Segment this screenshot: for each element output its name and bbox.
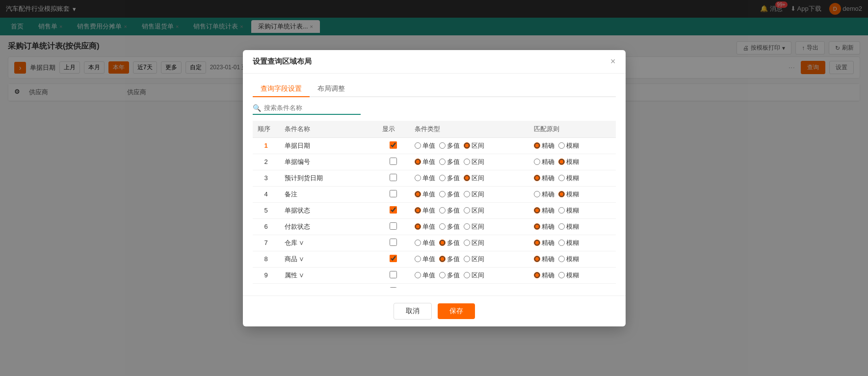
cell-show[interactable] [377, 251, 410, 267]
type-option-type_multi[interactable]: 多值 [439, 141, 460, 150]
show-checkbox[interactable] [390, 190, 397, 197]
type-option-type_range[interactable]: 区间 [464, 222, 484, 231]
match-option-match_exact[interactable]: 精确 [534, 222, 554, 231]
type-option-type_range[interactable]: 区间 [464, 141, 484, 150]
match-option-match_fuzzy[interactable]: 模糊 [558, 141, 579, 150]
match-option-match_exact[interactable]: 精确 [534, 206, 554, 215]
type-option-type_multi[interactable]: 多值 [439, 222, 460, 231]
match-radio-group: 精确模糊 [534, 141, 611, 150]
type-option-type_multi[interactable]: 多值 [439, 287, 460, 288]
cell-match: 精确模糊 [529, 235, 616, 251]
cell-show[interactable] [377, 170, 410, 186]
type-option-type_multi[interactable]: 多值 [439, 190, 460, 199]
match-option-match_fuzzy[interactable]: 模糊 [558, 174, 579, 183]
cell-show[interactable] [377, 267, 410, 283]
type-option-type_range[interactable]: 区间 [464, 190, 484, 199]
cancel-button[interactable]: 取消 [394, 303, 432, 320]
cell-match: 精确模糊 [529, 154, 616, 170]
dialog-tab-layout[interactable]: 布局调整 [310, 81, 353, 97]
table-row: 2单据编号单值多值区间精确模糊 [253, 154, 616, 170]
type-option-type_multi[interactable]: 多值 [439, 271, 460, 280]
match-radio-group: 精确模糊 [534, 206, 611, 215]
save-button[interactable]: 保存 [438, 303, 475, 319]
cell-order: 2 [253, 154, 280, 170]
show-checkbox[interactable] [390, 287, 397, 288]
type-option-type_single[interactable]: 单值 [415, 255, 435, 264]
type-option-type_single[interactable]: 单值 [415, 190, 435, 199]
type-option-type_multi[interactable]: 多值 [439, 174, 460, 183]
type-option-type_multi[interactable]: 多值 [439, 206, 460, 215]
cell-show[interactable] [377, 235, 410, 251]
type-option-type_single[interactable]: 单值 [415, 271, 435, 280]
match-option-match_fuzzy[interactable]: 模糊 [558, 206, 579, 215]
cell-show[interactable] [377, 218, 410, 235]
cell-show[interactable] [377, 283, 410, 288]
dialog-tab-query[interactable]: 查询字段设置 [253, 81, 310, 97]
match-option-match_exact[interactable]: 精确 [534, 158, 554, 166]
show-checkbox[interactable] [390, 158, 397, 165]
show-checkbox[interactable] [390, 271, 397, 278]
type-option-type_range[interactable]: 区间 [464, 255, 484, 264]
type-radio-group: 单值多值区间 [415, 239, 524, 247]
show-checkbox[interactable] [390, 206, 397, 214]
match-option-match_exact[interactable]: 精确 [534, 255, 554, 264]
cell-show[interactable] [377, 154, 410, 170]
match-option-match_fuzzy[interactable]: 模糊 [558, 158, 579, 166]
cell-show[interactable] [377, 186, 410, 202]
match-option-match_exact[interactable]: 精确 [534, 271, 554, 280]
match-option-match_exact[interactable]: 精确 [534, 190, 554, 199]
match-option-match_exact[interactable]: 精确 [534, 174, 554, 183]
type-radio-group: 单值多值区间 [415, 190, 524, 199]
cell-type: 单值多值区间 [410, 218, 529, 235]
type-option-type_range[interactable]: 区间 [464, 158, 484, 166]
type-option-type_single[interactable]: 单值 [415, 206, 435, 215]
type-option-type_multi[interactable]: 多值 [439, 239, 460, 247]
type-option-type_range[interactable]: 区间 [464, 174, 484, 183]
type-option-type_range[interactable]: 区间 [464, 206, 484, 215]
cell-order: 8 [253, 251, 280, 267]
match-option-match_fuzzy[interactable]: 模糊 [558, 271, 579, 280]
cell-type: 单值多值区间 [410, 251, 529, 267]
cell-order: 9 [253, 267, 280, 283]
type-option-type_single[interactable]: 单值 [415, 287, 435, 288]
cell-order: 5 [253, 202, 280, 218]
cell-name: 单据编号 [280, 154, 377, 170]
cell-show[interactable] [377, 137, 410, 154]
type-option-type_single[interactable]: 单值 [415, 222, 435, 231]
match-radio-group: 精确模糊 [534, 190, 611, 199]
cell-name: 单据日期 [280, 137, 377, 154]
show-checkbox[interactable] [390, 239, 397, 246]
type-option-type_range[interactable]: 区间 [464, 271, 484, 280]
dialog-footer: 取消 保存 [243, 295, 626, 326]
cell-show[interactable] [377, 202, 410, 218]
search-input[interactable] [264, 104, 361, 111]
type-option-type_range[interactable]: 区间 [464, 287, 484, 288]
type-option-type_single[interactable]: 单值 [415, 239, 435, 247]
match-option-match_exact[interactable]: 精确 [534, 239, 554, 247]
type-option-type_multi[interactable]: 多值 [439, 158, 460, 166]
match-option-match_exact[interactable]: 精确 [534, 141, 554, 150]
match-option-match_fuzzy[interactable]: 模糊 [558, 222, 579, 231]
table-head: 顺序 条件名称 显示 条件类型 匹配原则 [253, 121, 616, 138]
show-checkbox[interactable] [390, 222, 397, 230]
type-option-type_single[interactable]: 单值 [415, 158, 435, 166]
type-option-type_multi[interactable]: 多值 [439, 255, 460, 264]
match-option-match_fuzzy[interactable]: 模糊 [558, 255, 579, 264]
cell-order: 1 [253, 137, 280, 154]
type-radio-group: 单值多值区间 [415, 222, 524, 231]
match-option-match_fuzzy[interactable]: 模糊 [558, 239, 579, 247]
type-option-type_single[interactable]: 单值 [415, 174, 435, 183]
show-checkbox[interactable] [390, 141, 397, 149]
dialog-close-btn[interactable]: × [610, 57, 616, 66]
th-order: 顺序 [253, 121, 280, 138]
match-option-match_exact[interactable]: 精确 [534, 287, 554, 288]
cell-match: 精确模糊 [529, 170, 616, 186]
match-option-match_fuzzy[interactable]: 模糊 [558, 190, 579, 199]
type-option-type_range[interactable]: 区间 [464, 239, 484, 247]
show-checkbox[interactable] [390, 255, 397, 262]
match-radio-group: 精确模糊 [534, 222, 611, 231]
show-checkbox[interactable] [390, 174, 397, 181]
match-option-match_fuzzy[interactable]: 模糊 [558, 287, 579, 288]
type-option-type_single[interactable]: 单值 [415, 141, 435, 150]
type-radio-group: 单值多值区间 [415, 287, 524, 288]
